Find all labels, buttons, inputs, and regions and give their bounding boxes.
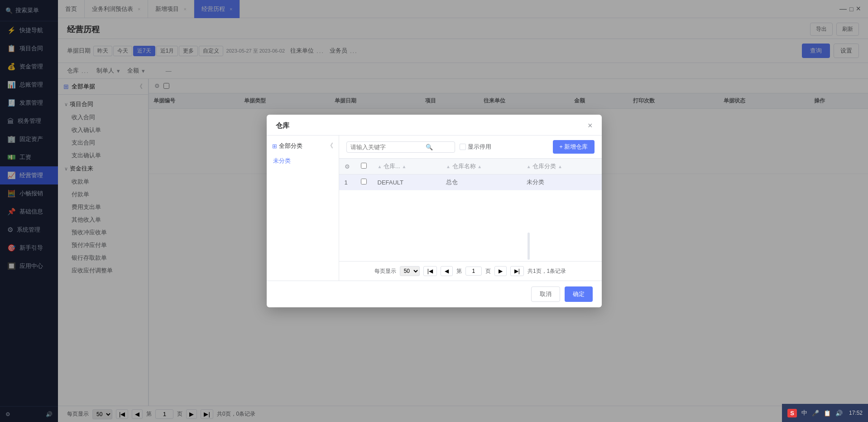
system-tray: S 中 🎤 📋 🔊 17:52 [782,404,868,422]
dlg-per-page-select[interactable]: 50 [400,266,420,276]
dialog-left-header: ⊞ 全部分类 《 [267,140,339,154]
table-row[interactable]: 1 DEFAULT 总仓 未分类 [339,175,602,190]
dialog-table-wrap: ⚙ ▲ 仓库... ▲ ▲ 仓库名称 ▲ [339,159,602,261]
dlg-row-category: 未分类 [521,175,602,190]
dlg-first-btn[interactable]: |◀ [423,266,437,276]
dialog-search-icon[interactable]: 🔍 [426,144,433,150]
dialog-pagination: 每页显示 50 |◀ ◀ 第 页 ▶ ▶| 共1页，1条记录 [339,261,602,281]
dlg-row-code: DEFAULT [372,175,441,190]
dlg-select-all[interactable] [361,163,367,169]
dialog-close-btn[interactable]: × [588,121,593,131]
dlg-row-name: 总仓 [441,175,521,190]
dialog-header: 仓库 × [267,115,602,136]
show-disabled-toggle[interactable]: 显示停用 [460,143,491,151]
tray-mic-icon[interactable]: 🎤 [812,410,819,417]
show-disabled-label: 显示停用 [468,143,491,151]
sort-up-icon3: ▲ [527,164,531,169]
dialog-toolbar: 🔍 显示停用 + 新增仓库 [339,136,602,159]
dlg-row-checkbox[interactable] [361,179,367,184]
dlg-grid-icon: ⊞ [272,143,277,150]
dlg-page-input[interactable] [465,267,482,276]
dialog-search-wrap: 🔍 [346,141,455,153]
warehouse-dialog: 仓库 × ⊞ 全部分类 《 未分类 [267,115,602,307]
dialog-search-input[interactable] [350,144,423,150]
tray-clipboard-icon[interactable]: 📋 [824,410,831,417]
dlg-col-name: ▲ 仓库名称 ▲ [441,159,521,175]
dlg-prev-btn[interactable]: ◀ [441,266,453,276]
tray-s-icon[interactable]: S [787,409,797,417]
dlg-row-checkbox-cell [355,175,372,190]
dlg-next-btn[interactable]: ▶ [494,266,507,276]
show-disabled-checkbox[interactable] [460,144,466,150]
sort-up-icon2: ▲ [446,164,451,169]
dialog-body: ⊞ 全部分类 《 未分类 🔍 [267,136,602,281]
add-warehouse-button[interactable]: + 新增仓库 [553,140,594,154]
dialog-left-title: 全部分类 [279,142,302,150]
dialog-table: ⚙ ▲ 仓库... ▲ ▲ 仓库名称 ▲ [339,159,602,190]
sort-down-icon: ▲ [402,164,406,169]
dlg-row-index: 1 [339,175,355,190]
dialog-cancel-button[interactable]: 取消 [531,286,560,302]
dialog-confirm-button[interactable]: 确定 [565,286,593,302]
dlg-page-end-label: 页 [485,267,491,275]
dialog-category-unclassified[interactable]: 未分类 [267,154,339,168]
tray-volume-icon[interactable]: 🔊 [835,410,843,417]
dlg-last-btn[interactable]: ▶| [510,266,524,276]
modal-overlay: 仓库 × ⊞ 全部分类 《 未分类 [0,0,868,422]
dlg-col-settings: ⚙ [339,159,355,175]
dlg-col-category: ▲ 仓库分类 ▲ [521,159,602,175]
sort-down-icon2: ▲ [477,164,482,169]
dlg-total-text: 共1页，1条记录 [528,267,566,275]
dlg-page-label: 第 [456,267,462,275]
dialog-left-collapse-btn[interactable]: 《 [327,142,333,150]
dialog-left-scrollbar [528,233,530,260]
dialog-right-panel: 🔍 显示停用 + 新增仓库 ⚙ [339,136,602,281]
dlg-col-checkbox [355,159,372,175]
dialog-left-panel: ⊞ 全部分类 《 未分类 [267,136,339,281]
dlg-col-code: ▲ 仓库... ▲ [372,159,441,175]
dialog-footer: 取消 确定 [267,281,602,307]
tray-ime-icon[interactable]: 中 [801,409,807,417]
dlg-per-page-label: 每页显示 [374,267,396,275]
sort-down-icon3: ▲ [558,164,562,169]
sort-up-icon: ▲ [378,164,382,169]
tray-time: 17:52 [849,410,863,416]
dialog-title: 仓库 [276,121,289,130]
